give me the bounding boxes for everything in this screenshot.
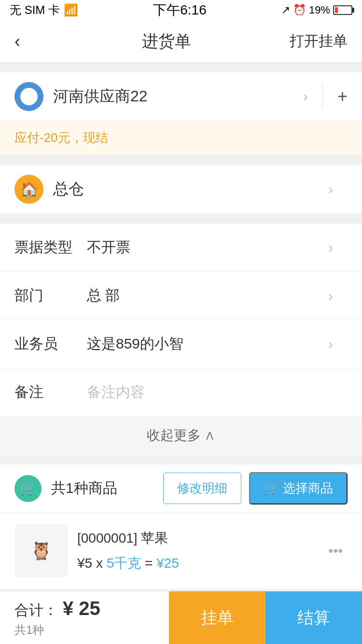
open-hold-button[interactable]: 打开挂单 <box>290 31 348 51</box>
warehouse-name: 总仓 <box>53 179 328 200</box>
notice-bar: 应付-20元，现结 <box>0 121 362 155</box>
product-info: [0000001] 苹果 ¥5 x 5千克 = ¥25 <box>77 529 324 573</box>
price-separator: x <box>96 556 107 571</box>
chevron-right-icon: › <box>303 88 308 105</box>
status-bar: 无 SIM 卡 📶 下午6:16 ↗ ⏰ 19% <box>0 0 362 20</box>
bottom-bar: 合计： ¥ 25 共1种 挂单 结算 <box>0 591 362 644</box>
department-row[interactable]: 部门 总 部 › <box>0 271 362 320</box>
invoice-chevron-icon: › <box>328 239 333 256</box>
section-gap-4 <box>0 455 362 464</box>
cart-icon: 🛒 <box>264 481 279 496</box>
product-name: [0000001] 苹果 <box>77 529 324 547</box>
supplier-right: › + <box>303 84 348 109</box>
hold-button[interactable]: 挂单 <box>169 591 265 644</box>
warehouse-chevron-icon: › <box>328 181 333 197</box>
status-right: ↗ ⏰ 19% <box>281 4 352 16</box>
back-button[interactable]: ‹ <box>14 31 43 52</box>
quantity: 5千克 <box>107 556 141 571</box>
alarm-icon: ⏰ <box>293 4 306 16</box>
product-count-label: 共1种商品 <box>51 478 163 498</box>
avatar-inner <box>20 88 38 105</box>
remarks-row[interactable]: 备注 备注内容 <box>0 368 362 416</box>
checkout-button[interactable]: 结算 <box>265 591 362 644</box>
product-section: 🛒 共1种商品 修改明细 🛒 选择商品 🦉 [0000001] 苹果 ¥5 x … <box>0 464 362 589</box>
salesperson-chevron-icon: › <box>328 336 333 352</box>
supplier-row[interactable]: 河南供应商22 › + <box>0 72 362 121</box>
total-amount: ¥ 25 <box>63 598 100 619</box>
department-label: 部门 <box>14 286 77 306</box>
department-chevron-icon: › <box>328 288 333 304</box>
warehouse-section: 🏠 总仓 › <box>0 165 362 213</box>
edit-detail-button[interactable]: 修改明细 <box>163 473 241 504</box>
equals-sign: = <box>145 556 156 571</box>
product-header: 🛒 共1种商品 修改明细 🛒 选择商品 <box>0 464 362 513</box>
collapse-toggle[interactable]: 收起更多 ∧ <box>0 416 362 455</box>
product-code: [0000001] <box>77 531 138 546</box>
total-prefix: 合计： <box>14 601 58 620</box>
total-label-row: 合计： ¥ 25 <box>14 598 154 620</box>
status-left: 无 SIM 卡 📶 <box>10 2 78 18</box>
battery-percent: 19% <box>309 4 330 16</box>
product-thumb-icon: 🦉 <box>30 541 52 561</box>
nav-bar: ‹ 进货单 打开挂单 <box>0 20 362 63</box>
product-item: 🦉 [0000001] 苹果 ¥5 x 5千克 = ¥25 ••• <box>0 513 362 589</box>
remarks-label: 备注 <box>14 382 77 402</box>
invoice-value: 不开票 <box>77 238 328 257</box>
vertical-separator <box>322 84 323 109</box>
location-icon: ↗ <box>281 4 290 16</box>
total-section: 合计： ¥ 25 共1种 <box>0 591 169 644</box>
department-value: 总 部 <box>77 286 328 306</box>
product-title: 苹果 <box>141 531 168 546</box>
add-icon[interactable]: + <box>337 86 348 107</box>
page-title: 进货单 <box>142 30 191 53</box>
supplier-avatar <box>14 82 43 111</box>
section-gap-2 <box>0 155 362 165</box>
supplier-section: 河南供应商22 › + 应付-20元，现结 <box>0 72 362 155</box>
invoice-label: 票据类型 <box>14 238 77 257</box>
warehouse-row[interactable]: 🏠 总仓 › <box>0 165 362 213</box>
more-options-button[interactable]: ••• <box>324 538 348 563</box>
status-time: 下午6:16 <box>153 1 207 19</box>
section-gap-1 <box>0 63 362 72</box>
invoice-type-row[interactable]: 票据类型 不开票 › <box>0 223 362 271</box>
supplier-name: 河南供应商22 <box>53 86 303 107</box>
item-total: ¥25 <box>156 556 179 571</box>
section-gap-3 <box>0 213 362 223</box>
product-price-row: ¥5 x 5千克 = ¥25 <box>77 554 324 573</box>
product-thumbnail: 🦉 <box>14 524 68 577</box>
wifi-icon: 📶 <box>64 3 78 17</box>
remarks-input[interactable]: 备注内容 <box>77 382 348 402</box>
sim-indicator: 无 SIM 卡 <box>10 2 60 18</box>
salesperson-row[interactable]: 业务员 这是859的小智 › <box>0 320 362 368</box>
unit-price: ¥5 <box>77 556 92 571</box>
warehouse-icon: 🏠 <box>14 175 43 204</box>
salesperson-label: 业务员 <box>14 334 77 354</box>
total-sub-label: 共1种 <box>14 622 154 638</box>
battery-icon <box>333 5 352 15</box>
select-product-label: 选择商品 <box>283 480 333 497</box>
product-count-icon: 🛒 <box>14 475 42 502</box>
form-section: 票据类型 不开票 › 部门 总 部 › 业务员 这是859的小智 › 备注 备注… <box>0 223 362 416</box>
salesperson-value: 这是859的小智 <box>77 334 328 354</box>
select-product-button[interactable]: 🛒 选择商品 <box>249 472 348 504</box>
